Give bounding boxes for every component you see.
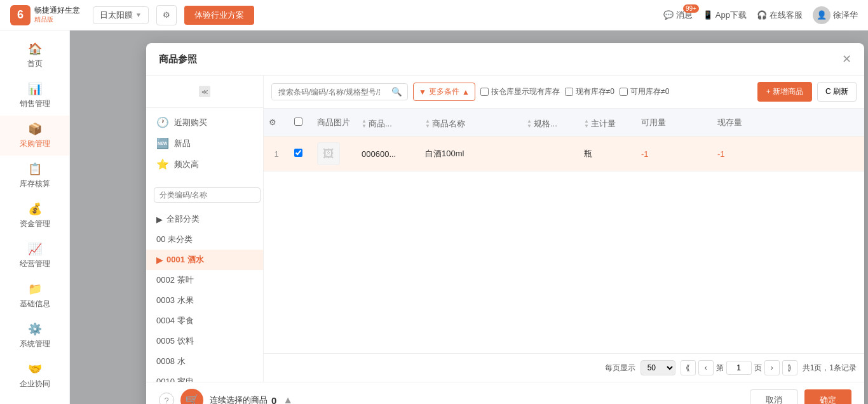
existing-stock-checkbox[interactable] — [565, 88, 573, 96]
sidebar-item-enterprise[interactable]: 🤝 企业协同 — [0, 356, 69, 396]
sidebar-item-operations[interactable]: 📈 经营管理 — [0, 236, 69, 276]
sidebar-label-operations: 经营管理 — [20, 259, 50, 269]
selected-count-area: 连续选择的商品 0 — [210, 394, 276, 404]
modal-body: ≪ 🕐 近期购买 🆕 新品 ⭐ 频次高 — [146, 76, 864, 382]
notification-badge: 99+ — [683, 4, 699, 13]
next-page-button[interactable]: › — [764, 360, 780, 375]
select-all-checkbox[interactable] — [294, 118, 302, 126]
avatar: 👤 — [813, 6, 831, 24]
category-item-uncategorized[interactable]: 00 未分类 — [146, 229, 263, 250]
warehouse-display-checkbox-group[interactable]: 按仓库显示现有库存 — [480, 86, 560, 97]
content-area: 商品参照 ✕ ≪ 🕐 近期购买 — [70, 30, 868, 404]
selected-count-badge: 0 — [271, 395, 276, 405]
sidebar-item-inventory[interactable]: 📋 库存核算 — [0, 156, 69, 196]
app-download-btn[interactable]: 📱 App下载 — [703, 10, 747, 21]
logo: 6 畅捷通好生意 精品版 — [10, 5, 80, 25]
store-selector[interactable]: 日太阳膜 ▼ — [93, 6, 149, 24]
warehouse-display-checkbox[interactable] — [480, 88, 489, 96]
message-btn[interactable]: 💬 消息 99+ — [663, 10, 693, 21]
refresh-button[interactable]: C 刷新 — [817, 82, 857, 102]
collapse-left-panel-button[interactable]: ≪ — [199, 86, 210, 97]
stock-value: -1 — [717, 149, 725, 159]
sidebar-label-enterprise: 企业协同 — [20, 379, 50, 389]
table-settings-icon[interactable]: ⚙ — [269, 118, 276, 127]
modal-close-button[interactable]: ✕ — [842, 52, 851, 66]
help-button[interactable]: ? — [159, 393, 174, 404]
available-stock-checkbox[interactable] — [620, 88, 628, 96]
sort-image[interactable]: 商品图片 — [317, 117, 350, 128]
search-button[interactable]: 🔍 — [386, 84, 407, 100]
category-item-all[interactable]: ▶ 全部分类 — [146, 209, 263, 229]
cat-label-water: 0008 水 — [156, 356, 186, 367]
sidebar-item-system[interactable]: ⚙️ 系统管理 — [0, 316, 69, 356]
last-page-button[interactable]: ⟫ — [782, 360, 797, 375]
sort-spec[interactable]: ▲▼ 规格... — [527, 118, 557, 130]
filter-button[interactable]: ▼ 更多条件 ▲ — [413, 83, 475, 101]
category-item-appliances[interactable]: 0010 家电 — [146, 372, 263, 382]
row-select-checkbox[interactable] — [294, 149, 302, 157]
category-item-tea[interactable]: 0002 茶叶 — [146, 270, 263, 290]
page-number-input[interactable] — [726, 361, 752, 375]
settings-icon[interactable]: ⚙ — [156, 5, 177, 25]
sidebar-item-purchase[interactable]: 📦 采购管理 — [0, 116, 69, 156]
cancel-button[interactable]: 取消 — [750, 389, 798, 404]
row-available-cell: -1 — [636, 137, 712, 172]
sidebar-label-sales: 销售管理 — [20, 98, 50, 109]
category-item-beverages[interactable]: 0005 饮料 — [146, 331, 263, 351]
th-image-label: 商品图片 — [317, 117, 350, 128]
product-thumbnail: 🖼 — [317, 142, 340, 165]
row-code-cell: 000600... — [356, 137, 420, 172]
sort-unit[interactable]: ▲▼ 主计量 — [584, 118, 616, 130]
online-service-label: 在线客服 — [770, 10, 803, 21]
page-size-select[interactable]: 50 10 20 100 — [641, 360, 675, 375]
prev-page-button[interactable]: ‹ — [698, 360, 714, 375]
trial-button[interactable]: 体验行业方案 — [184, 6, 254, 25]
search-box: 🔍 — [271, 83, 408, 100]
footer-right: 取消 确定 — [750, 389, 851, 404]
sidebar-item-finance[interactable]: 💰 资金管理 — [0, 196, 69, 236]
table-row[interactable]: 1 🖼 000600... — [264, 137, 864, 172]
finance-icon: 💰 — [28, 202, 42, 216]
quick-link-recent[interactable]: 🕐 近期购买 — [146, 112, 263, 133]
search-input[interactable] — [272, 84, 386, 100]
th-stock-label: 现存量 — [717, 118, 742, 127]
sidebar-item-home[interactable]: 🏠 首页 — [0, 36, 69, 76]
sidebar-item-guide[interactable]: 📖 新手引导 — [0, 396, 69, 404]
clock-icon: 🕐 — [156, 116, 169, 128]
sidebar-item-basic-info[interactable]: 📁 基础信息 — [0, 276, 69, 316]
category-item-liquor[interactable]: ▶ 0001 酒水 — [146, 250, 263, 270]
cart-button[interactable]: 🛒 — [180, 389, 203, 404]
available-stock-checkbox-group[interactable]: 可用库存≠0 — [620, 86, 669, 97]
category-item-snacks[interactable]: 0004 零食 — [146, 311, 263, 331]
online-service-btn[interactable]: 🎧 在线客服 — [757, 10, 803, 21]
existing-stock-checkbox-group[interactable]: 现有库存≠0 — [565, 86, 614, 97]
quick-link-new[interactable]: 🆕 新品 — [146, 133, 263, 154]
footer-left: ? 🛒 连续选择的商品 0 ▲ — [159, 389, 293, 404]
user-menu[interactable]: 👤 徐泽华 — [813, 6, 858, 24]
confirm-button[interactable]: 确定 — [804, 389, 851, 404]
new-icon: 🆕 — [156, 137, 169, 149]
category-item-water[interactable]: 0008 水 — [146, 351, 263, 372]
th-available: 可用量 — [636, 109, 712, 137]
add-product-button[interactable]: + 新增商品 — [757, 82, 812, 102]
sidebar-item-sales[interactable]: 📊 销售管理 — [0, 76, 69, 116]
sidebar-label-home: 首页 — [27, 58, 43, 69]
collapse-footer-icon[interactable]: ▲ — [283, 394, 293, 404]
existing-stock-label: 现有库存≠0 — [576, 86, 614, 97]
first-page-button[interactable]: ⟪ — [681, 360, 696, 375]
row-spec-cell — [522, 137, 579, 172]
quick-links: 🕐 近期购买 🆕 新品 ⭐ 频次高 — [146, 108, 263, 178]
sort-name[interactable]: ▲▼ 商品名称 — [425, 118, 465, 130]
th-checkbox — [289, 109, 312, 137]
sidebar-label-finance: 资金管理 — [20, 219, 50, 229]
pagination: 每页显示 50 10 20 100 ⟪ ‹ 第 页 — [264, 353, 864, 382]
phone-icon: 📱 — [703, 10, 713, 20]
store-name: 日太阳膜 — [100, 10, 133, 21]
enterprise-icon: 🤝 — [28, 362, 42, 376]
th-spec-label: 规格... — [534, 118, 557, 130]
category-item-fruit[interactable]: 0003 水果 — [146, 290, 263, 311]
sort-code[interactable]: ▲▼ 商品... — [362, 118, 392, 130]
classify-search-input[interactable] — [154, 187, 261, 203]
arrow-right-icon: ▶ — [156, 215, 163, 224]
quick-link-frequent[interactable]: ⭐ 频次高 — [146, 154, 263, 175]
